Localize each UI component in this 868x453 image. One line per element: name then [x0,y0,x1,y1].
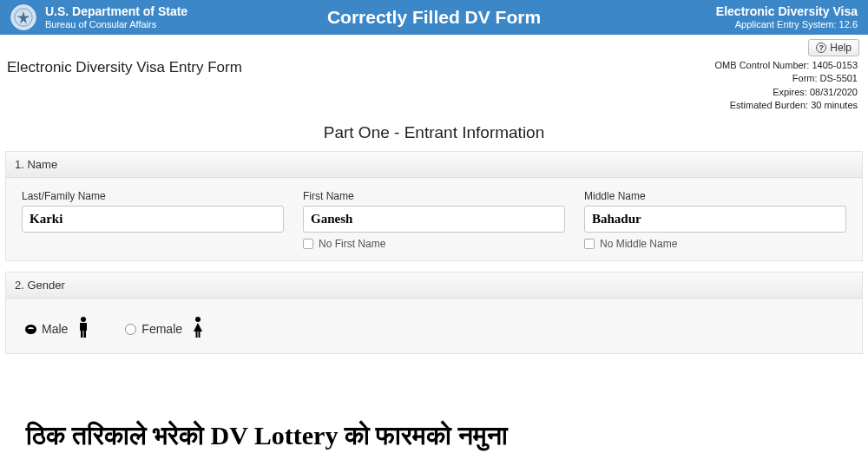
edv-title: Electronic Diversity Visa [716,5,858,18]
female-icon [191,316,205,343]
edv-subtitle: Applicant Entry System: 12.6 [716,19,858,30]
meta-expires: Expires: 08/31/2020 [715,86,858,99]
gender-male-option[interactable]: Male [25,316,90,343]
svg-rect-3 [80,323,87,331]
male-label: Male [42,322,68,336]
no-first-name-checkbox[interactable] [303,239,313,249]
svg-point-6 [195,317,201,322]
no-middle-name-label: No Middle Name [600,238,677,250]
meta-list: OMB Control Number: 1405-0153 Form: DS-5… [715,59,858,113]
female-label: Female [141,322,182,336]
section-name: 1. Name Last/Family Name First Name No F… [5,151,863,261]
section-gender-body: Male Female [6,299,862,353]
first-name-label: First Name [303,190,565,202]
top-banner: U.S. Department of State Bureau of Consu… [0,0,868,35]
radio-female[interactable] [125,324,136,335]
meta-omb: OMB Control Number: 1405-0153 [715,59,858,72]
middle-name-input[interactable] [584,206,846,233]
seal-icon [10,4,36,30]
dept-title: U.S. Department of State [45,5,187,18]
radio-male[interactable] [25,325,36,334]
gender-female-option[interactable]: Female [125,316,205,343]
male-icon [76,316,90,343]
meta-form: Form: DS-5501 [715,72,858,85]
part-title: Part One - Entrant Information [0,123,868,142]
section-name-body: Last/Family Name First Name No First Nam… [6,178,862,260]
svg-rect-8 [199,332,201,338]
overlay-caption: ठिक तरिकाले भरेको DV Lottery को फारमको न… [0,421,868,451]
meta-row: Electronic Diversity Visa Entry Form OMB… [0,56,868,113]
help-icon: ? [816,43,826,53]
overlay-title: Correctly Filled DV Form [327,7,541,28]
svg-point-2 [81,317,86,322]
section-gender-head: 2. Gender [6,272,862,299]
middle-name-label: Middle Name [584,190,846,202]
svg-rect-7 [196,332,198,338]
system-header: Electronic Diversity Visa Applicant Entr… [716,5,858,29]
help-button[interactable]: ? Help [808,39,859,56]
last-name-input[interactable] [22,206,284,233]
last-name-label: Last/Family Name [22,190,284,202]
no-first-name-label: No First Name [319,238,385,250]
department-header: U.S. Department of State Bureau of Consu… [45,5,187,29]
help-label: Help [830,42,852,54]
first-name-input[interactable] [303,206,565,233]
help-row: ? Help [0,35,868,56]
no-middle-name-checkbox[interactable] [584,239,595,249]
section-name-head: 1. Name [6,152,862,178]
meta-burden: Estimated Burden: 30 minutes [715,99,858,112]
svg-rect-5 [84,331,87,338]
svg-rect-4 [81,331,83,338]
section-gender: 2. Gender Male Female [5,272,863,354]
form-title: Electronic Diversity Visa Entry Form [7,59,242,76]
dept-subtitle: Bureau of Consular Affairs [45,19,187,30]
